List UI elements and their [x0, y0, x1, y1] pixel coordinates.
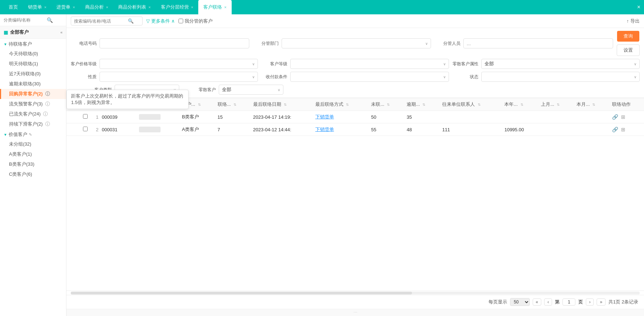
td-checkbox-1[interactable] [79, 111, 92, 123]
settings-button[interactable]: 设置 [617, 44, 640, 56]
status-select[interactable]: ∨ [481, 72, 640, 82]
phone-input[interactable] [99, 38, 249, 48]
manager-more-icon[interactable]: ... [467, 41, 471, 46]
dept-select[interactable]: ∨ [282, 38, 431, 48]
th-uncontacted[interactable]: 未联... ⇅ [367, 98, 403, 111]
bottom-handle[interactable]: ⋯ [66, 309, 644, 316]
th-last-method[interactable]: 最后联络方式 ⇅ [312, 98, 367, 111]
nav-close-customer-contact[interactable]: × [224, 5, 226, 9]
scroll-thumb[interactable] [71, 292, 412, 294]
sidebar-item-repurchase-anomaly[interactable]: 回购异常客户(2) ⓘ [0, 89, 66, 99]
nav-item-home[interactable]: 首页 [4, 0, 23, 14]
th-this-month[interactable]: 本月... ⇅ [573, 98, 608, 111]
sidebar-item-7days[interactable]: 近7天待联络(0) [0, 69, 66, 79]
row1-checkbox[interactable] [83, 114, 88, 119]
sort-icon-overdue[interactable]: ⇅ [422, 103, 425, 107]
nav-close-purchase[interactable]: × [73, 5, 75, 9]
sort-icon-last-month[interactable]: ⇅ [557, 103, 560, 107]
td-checkbox-2[interactable] [79, 123, 92, 136]
sidebar-item-b-class[interactable]: B类客户(33) [0, 159, 66, 169]
sort-icon-type[interactable]: ⇅ [198, 103, 201, 107]
nav-item-customer-contact[interactable]: 客户联络 × [198, 0, 231, 14]
sidebar-group-pending-contact[interactable]: ▼ 待联络客户 [0, 39, 66, 49]
sidebar-collapse-button[interactable]: « [60, 30, 62, 34]
sort-icon-this-month[interactable]: ⇅ [592, 103, 595, 107]
row2-grid-action-icon[interactable]: ⊞ [621, 127, 625, 132]
th-contact-person[interactable]: 往来单位联系人 ⇅ [439, 98, 501, 111]
nav-item-purchase[interactable]: 进货单 × [51, 0, 80, 14]
th-last-date[interactable]: 最后联络日期 ⇅ [250, 98, 312, 111]
sort-icon-date[interactable]: ⇅ [284, 103, 287, 107]
export-button[interactable]: ↑ 导出 [627, 18, 640, 24]
my-customers-filter[interactable]: 我分管的客户 [179, 18, 213, 24]
next-page-button[interactable]: › [586, 298, 594, 306]
sidebar-item-tomorrow[interactable]: 明天待联络(1) [0, 59, 66, 69]
nav-item-product-list[interactable]: 商品分析列表 × [113, 0, 156, 14]
main-search-input[interactable] [74, 19, 128, 24]
sidebar-group-value-customers[interactable]: ▼ 价值客户 ✎ [0, 129, 66, 139]
th-overdue[interactable]: 逾期... ⇅ [403, 98, 439, 111]
row2-checkbox[interactable] [83, 127, 88, 131]
retail-attr-select[interactable]: 全部 ∨ [481, 59, 640, 69]
row1-link-action-icon[interactable]: 🔗 [612, 114, 618, 120]
nav-close-sales[interactable]: × [44, 5, 46, 9]
nav-item-sales[interactable]: 销货单 × [23, 0, 51, 14]
row2-last-method[interactable]: 下销货单 [315, 127, 334, 132]
nav-item-customer-segment[interactable]: 客户分层经营 × [156, 0, 198, 14]
sidebar-item-c-class[interactable]: C类客户(6) [0, 169, 66, 179]
sidebar-item-overdue-label: 逾期未联络(30) [9, 81, 41, 86]
sort-icon-person[interactable]: ⇅ [478, 103, 481, 107]
sort-icon-uncontacted[interactable]: ⇅ [387, 103, 390, 107]
sidebar-item-a-class[interactable]: A类客户(1) [0, 149, 66, 159]
per-page-select[interactable]: 50 100 200 [510, 298, 530, 306]
sidebar-item-ungrouped[interactable]: 未分组(32) [0, 139, 66, 149]
retail-customer-select[interactable]: 全部 ∨ [219, 85, 283, 95]
sort-icon-method[interactable]: ⇅ [346, 103, 349, 107]
customer-level-select[interactable]: ∨ [290, 59, 449, 69]
sidebar-item-declining[interactable]: 持续下滑客户(2) ⓘ [0, 119, 66, 129]
th-this-year[interactable]: 本年... ⇅ [501, 98, 537, 111]
sidebar-item-ungrouped-label: 未分组(32) [9, 141, 31, 147]
first-page-button[interactable]: « [533, 298, 542, 306]
main-search-icon[interactable]: 🔍 [128, 18, 134, 24]
query-button[interactable]: 查询 [617, 31, 639, 42]
current-page-input[interactable] [562, 298, 575, 306]
prev-page-button[interactable]: ‹ [544, 298, 552, 306]
nav-close-product-list[interactable]: × [148, 5, 150, 9]
sidebar-search-icon[interactable]: 🔍 [47, 17, 53, 23]
th-contact-count[interactable]: 联络... ⇅ [214, 98, 250, 111]
sidebar-search-input[interactable] [4, 18, 47, 23]
row2-link-action-icon[interactable]: 🔗 [612, 127, 618, 132]
nav-close-product-analysis[interactable]: × [106, 5, 108, 9]
sidebar-item-churned[interactable]: 已流失客户(24) ⓘ [0, 109, 66, 119]
horizontal-scrollbar[interactable] [66, 291, 644, 295]
payment-chevron-icon: ∨ [443, 75, 446, 79]
sidebar-item-churn-warning[interactable]: 流失预警客户(3) ⓘ [0, 99, 66, 109]
sidebar-item-today[interactable]: 今天待联络(0) [0, 49, 66, 59]
th-last-month[interactable]: 上月... ⇅ [537, 98, 573, 111]
scroll-track[interactable] [71, 292, 640, 294]
td-name-2 [135, 123, 179, 136]
nav-label-customer-segment: 客户分层经营 [161, 4, 189, 10]
value-group-edit-icon[interactable]: ✎ [29, 132, 32, 137]
nav-item-product-analysis[interactable]: 商品分析 × [80, 0, 113, 14]
nav-close-customer-segment[interactable]: × [191, 5, 193, 9]
sidebar-item-overdue[interactable]: 逾期未联络(30) [0, 79, 66, 89]
table-wrapper[interactable]: ⚙ 客户编码 ⇅ 客户名称 ⇅ [66, 98, 644, 291]
my-customers-checkbox[interactable] [179, 19, 183, 23]
price-level-select[interactable]: ∨ [99, 59, 258, 69]
sort-icon-year[interactable]: ⇅ [520, 103, 523, 107]
row1-grid-action-icon[interactable]: ⊞ [621, 114, 625, 120]
manager-select[interactable]: ... [463, 38, 613, 48]
sidebar-all-customers[interactable]: ▦ 全部客户 « [0, 26, 66, 39]
more-conditions-button[interactable]: ▽ 更多条件 ∧ [146, 18, 175, 24]
last-page-button[interactable]: » [597, 298, 606, 306]
td-last-method-1[interactable]: 下销货单 [312, 111, 367, 123]
status-label: 状态 [453, 74, 481, 80]
sort-icon-contact[interactable]: ⇅ [233, 103, 236, 107]
window-close-button[interactable]: × [637, 4, 640, 10]
td-last-method-2[interactable]: 下销货单 [312, 123, 367, 136]
row1-last-method[interactable]: 下销货单 [315, 114, 334, 119]
payment-select[interactable]: ∨ [290, 72, 449, 82]
gender-select[interactable]: ∨ [99, 72, 258, 82]
